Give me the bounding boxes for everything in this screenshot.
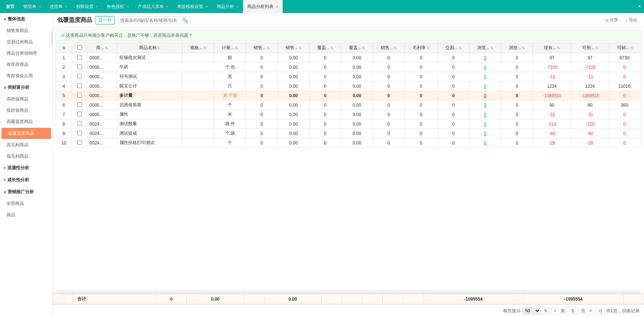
page-title: 低覆盖度商品 — [57, 16, 92, 24]
row-transaction: 0 — [437, 138, 469, 148]
row-browse1[interactable]: 0 — [469, 119, 501, 129]
row-select-checkbox[interactable] — [77, 112, 82, 116]
row-no: 9 — [56, 129, 72, 138]
period-button[interactable]: 近一月 — [95, 16, 115, 24]
sidebar-item-all-goods[interactable]: 全部商品 — [0, 198, 52, 209]
prev-page-button[interactable]: < — [551, 307, 559, 314]
row-margin: 0 — [405, 138, 437, 148]
share-button[interactable]: ⎋ 分享 — [604, 16, 620, 24]
row-code: 0024... — [87, 138, 117, 148]
row-no: 6 — [56, 100, 72, 110]
row-browse1[interactable]: 0 — [469, 100, 501, 110]
close-icon[interactable]: × — [205, 4, 208, 9]
close-icon[interactable]: × — [126, 4, 129, 9]
row-select-checkbox[interactable] — [77, 83, 82, 88]
nav-tab-templates[interactable]: 单据模板设置 × — [173, 0, 212, 13]
close-all-button[interactable]: × — [638, 3, 641, 10]
row-browse1[interactable]: 0 — [469, 63, 501, 72]
row-select-checkbox[interactable] — [77, 140, 82, 145]
col-settings[interactable]: ⚙ — [56, 43, 72, 53]
row-checkbox[interactable] — [72, 72, 87, 82]
sidebar-item-category-rate[interactable]: 商品分类动销率 — [0, 48, 52, 59]
row-checkbox[interactable] — [72, 63, 87, 72]
row-select-checkbox[interactable] — [77, 55, 82, 60]
sidebar-item-new-goods[interactable]: 新品 — [0, 209, 52, 221]
row-checkbox[interactable] — [72, 53, 87, 63]
sidebar-item-high-coverage[interactable]: 高覆盖度商品 — [0, 116, 52, 127]
nav-tab-products[interactable]: 产成品入库单 × — [133, 0, 173, 13]
row-checkbox[interactable] — [72, 138, 87, 148]
close-icon[interactable]: × — [166, 4, 168, 9]
nav-tab-permissions[interactable]: 权限设置 × — [72, 0, 102, 13]
row-browse1[interactable]: 0 — [469, 72, 501, 82]
sidebar-collapse-button[interactable]: « — [52, 31, 53, 46]
row-transaction: 0 — [437, 129, 469, 138]
sidebar-item-sales-goods[interactable]: 销售类商品 — [0, 25, 52, 36]
close-icon[interactable]: × — [65, 4, 67, 9]
sidebar-section-flow[interactable]: > 流通性分析 — [0, 162, 52, 174]
row-coverage1: 0 — [309, 100, 341, 110]
sidebar-item-capital[interactable]: 库存资金占用 — [0, 70, 52, 82]
close-icon[interactable]: × — [39, 4, 41, 9]
scrollbar[interactable] — [56, 290, 641, 293]
row-select-checkbox[interactable] — [77, 131, 82, 135]
row-margin: 0 — [405, 63, 437, 72]
last-page-button[interactable]: >| — [596, 307, 605, 314]
totals-row: 合计: 0 0.00 0.00 -1095554 -1095554 — [53, 294, 644, 304]
row-browse1[interactable]: 0 — [469, 129, 501, 138]
sidebar-item-low-margin[interactable]: 低毛利商品 — [0, 151, 52, 162]
row-checkbox[interactable] — [72, 119, 87, 129]
page-size-label: 每页显示 — [503, 308, 521, 314]
nav-tab-sales[interactable]: 销货单 × — [19, 0, 45, 13]
export-button[interactable]: ↑ 导出 — [623, 16, 640, 24]
sidebar-item-high-value[interactable]: 高价值商品 — [0, 94, 52, 105]
sidebar-section-overall[interactable]: ∨ 整体信息 — [0, 13, 52, 25]
row-select-checkbox[interactable] — [77, 93, 82, 98]
search-input[interactable] — [120, 18, 182, 23]
sidebar-section-wealth[interactable]: ∨ 类财富分析 — [0, 82, 52, 94]
settings-icon[interactable]: ⚙ — [62, 45, 66, 51]
nav-tab-purchase[interactable]: 进货单 × — [45, 0, 71, 13]
row-sales-amount: 0.00 — [278, 72, 309, 82]
page-size-select[interactable]: 50 10 20 100 — [522, 307, 541, 315]
row-checkbox[interactable] — [72, 129, 87, 138]
row-browse1[interactable]: 0 — [469, 53, 501, 63]
row-select-checkbox[interactable] — [77, 102, 82, 107]
row-select-checkbox[interactable] — [77, 121, 82, 126]
row-spec — [182, 129, 214, 138]
sidebar-item-in-stock[interactable]: 有库存商品 — [0, 59, 52, 70]
row-current: -7105 — [533, 63, 571, 72]
row-coverage1: 0 — [309, 110, 341, 119]
nav-tab-analysis[interactable]: 商品分析 × — [212, 0, 243, 13]
sidebar-item-traded-goods[interactable]: 交易过的商品 — [0, 36, 52, 48]
row-transaction: 0 — [437, 110, 469, 119]
select-all-checkbox[interactable] — [77, 45, 82, 50]
next-page-button[interactable]: > — [587, 307, 594, 314]
close-icon[interactable]: × — [96, 4, 98, 9]
nav-tab-roles[interactable]: 角色授权 × — [102, 0, 133, 13]
sidebar-item-low-value[interactable]: 低价值商品 — [0, 105, 52, 116]
close-icon[interactable]: × — [276, 4, 278, 9]
nav-tab-home[interactable]: 首页 — [1, 0, 19, 13]
row-sales-rate: 0 — [373, 100, 405, 110]
row-browse1[interactable]: 0 — [469, 110, 501, 119]
row-select-checkbox[interactable] — [77, 64, 82, 69]
row-browse1[interactable]: 0 — [469, 82, 501, 91]
sidebar-item-low-coverage[interactable]: 低覆盖度商品 — [1, 128, 51, 139]
row-checkbox[interactable] — [72, 100, 87, 110]
row-select-checkbox[interactable] — [77, 74, 82, 79]
nav-tab-analysis-list[interactable]: 商品分析列表 × — [243, 0, 282, 13]
first-page-button[interactable]: K — [542, 307, 550, 314]
row-name: 属性价格打印测试 — [117, 138, 182, 148]
sidebar-section-marketing[interactable]: ∨ 营销推广分析 — [0, 186, 52, 198]
row-checkbox[interactable] — [72, 110, 87, 119]
row-checkbox[interactable] — [72, 91, 87, 100]
row-browse1[interactable]: 0 — [469, 91, 501, 100]
close-icon[interactable]: × — [236, 4, 239, 9]
search-icon[interactable]: 🔍 — [182, 17, 188, 23]
sidebar-section-growth[interactable]: > 成长性分析 — [0, 174, 52, 186]
page-number-input[interactable] — [566, 307, 580, 314]
sidebar-item-high-margin[interactable]: 高毛利商品 — [0, 139, 52, 151]
row-browse1[interactable]: 0 — [469, 138, 501, 148]
row-checkbox[interactable] — [72, 82, 87, 91]
